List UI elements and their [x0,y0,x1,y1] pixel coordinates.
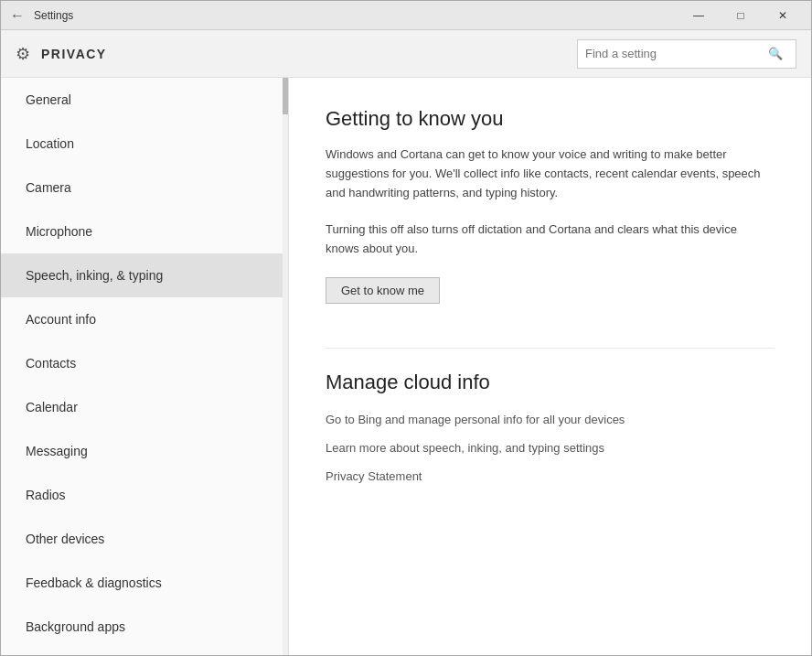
sidebar-item-camera[interactable]: Camera [1,166,288,210]
search-box: 🔍 [577,39,796,69]
maximize-button[interactable]: □ [720,1,762,30]
app-title: PRIVACY [41,47,577,61]
sidebar-item-account-info[interactable]: Account info [1,297,288,341]
sidebar-item-microphone[interactable]: Microphone [1,210,288,253]
header-bar: ⚙ PRIVACY 🔍 [1,30,811,78]
minimize-button[interactable]: — [678,1,720,30]
sidebar-item-background-apps[interactable]: Background apps [1,605,288,649]
sidebar-item-radios[interactable]: Radios [1,473,288,517]
settings-window: ← Settings — □ ✕ ⚙ PRIVACY 🔍 General [0,0,812,656]
getting-to-know-you-note: Turning this off also turns off dictatio… [326,220,764,259]
content-area: General Location Camera Microphone Speec… [1,78,811,655]
sidebar-item-messaging[interactable]: Messaging [1,429,288,473]
manage-cloud-info-title: Manage cloud info [326,371,775,394]
sidebar-item-other-devices[interactable]: Other devices [1,517,288,561]
close-button[interactable]: ✕ [762,1,804,30]
sidebar-item-location[interactable]: Location [1,122,288,166]
window-title: Settings [34,9,73,22]
section-divider [326,348,775,349]
sidebar-item-calendar[interactable]: Calendar [1,385,288,429]
get-to-know-me-button[interactable]: Get to know me [326,277,440,304]
window-controls: — □ ✕ [678,1,804,30]
sidebar-item-feedback[interactable]: Feedback & diagnostics [1,561,288,605]
privacy-icon: ⚙ [16,44,30,64]
getting-to-know-you-desc: Windows and Cortana can get to know your… [326,145,764,202]
main-content: Getting to know you Windows and Cortana … [289,78,811,655]
back-button[interactable]: ← [8,6,27,25]
sidebar-item-general[interactable]: General [1,78,288,122]
sidebar: General Location Camera Microphone Speec… [1,78,289,655]
bing-manage-link[interactable]: Go to Bing and manage personal info for … [326,413,775,426]
search-input[interactable] [585,47,768,60]
sidebar-item-contacts[interactable]: Contacts [1,341,288,385]
privacy-statement-link[interactable]: Privacy Statement [326,469,775,483]
search-icon: 🔍 [768,47,783,60]
sidebar-item-speech[interactable]: Speech, inking, & typing [1,253,288,297]
learn-more-link[interactable]: Learn more about speech, inking, and typ… [326,441,775,455]
getting-to-know-you-title: Getting to know you [326,107,775,131]
title-bar-left: ← Settings [8,6,678,25]
title-bar: ← Settings — □ ✕ [1,1,811,30]
